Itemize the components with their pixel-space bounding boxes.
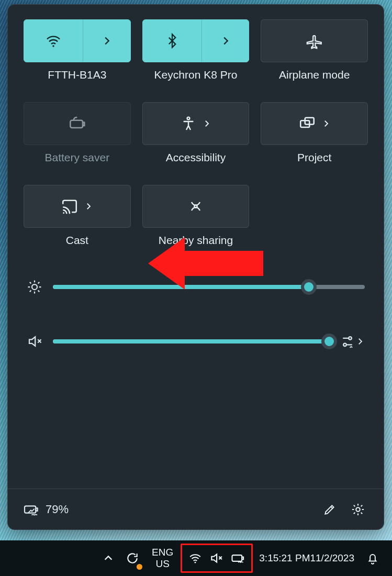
svg-rect-17: [242, 557, 243, 560]
svg-rect-12: [36, 508, 37, 511]
cast-icon: [61, 197, 79, 215]
bluetooth-toggle[interactable]: [143, 20, 201, 62]
system-tray-highlighted[interactable]: [181, 544, 253, 573]
airplane-mode-label: Airplane mode: [261, 69, 368, 81]
brightness-slider[interactable]: [53, 285, 365, 289]
volume-row: [27, 334, 365, 349]
svg-point-15: [195, 562, 196, 563]
tray-overflow-button[interactable]: [97, 544, 119, 573]
nearby-share-icon: [187, 198, 204, 215]
mixer-icon: [340, 334, 355, 349]
speaker-muted-icon[interactable]: [27, 334, 42, 349]
chevron-right-icon: [202, 119, 211, 128]
nearby-sharing-tile[interactable]: [142, 185, 250, 228]
svg-rect-2: [83, 123, 84, 126]
brightness-row: [27, 279, 365, 295]
chevron-right-icon: [84, 202, 93, 211]
cast-label: Cast: [24, 234, 131, 247]
wifi-icon: [45, 32, 62, 49]
update-notification-dot: [137, 564, 142, 570]
battery-saver-label: Battery saver: [24, 151, 131, 164]
settings-button[interactable]: [347, 499, 369, 520]
svg-rect-16: [232, 555, 242, 561]
nearby-sharing-label: Nearby sharing: [142, 234, 250, 247]
chevron-up-icon: [103, 552, 114, 564]
wifi-icon: [188, 551, 202, 565]
audio-output-button[interactable]: [340, 334, 365, 349]
battery-percent-text: 79%: [46, 503, 69, 516]
project-icon: [298, 115, 316, 132]
volume-slider[interactable]: [53, 339, 329, 344]
bluetooth-expand[interactable]: [201, 20, 249, 62]
brightness-icon: [27, 279, 42, 295]
notifications-button[interactable]: [361, 544, 385, 573]
gear-icon: [351, 502, 365, 517]
bluetooth-label: Keychron K8 Pro: [142, 69, 250, 81]
svg-point-7: [194, 205, 197, 207]
sliders-section: [24, 279, 368, 349]
windows-update-tray[interactable]: [120, 544, 144, 573]
project-tile[interactable]: [261, 102, 368, 145]
taskbar-time: 3:15:21 PM: [259, 552, 310, 564]
battery-status-icon[interactable]: [23, 501, 39, 518]
bell-icon: [366, 551, 379, 565]
svg-point-0: [52, 45, 54, 47]
clock-date[interactable]: 3:15:21 PM 11/2/2023: [254, 544, 360, 573]
cast-tile[interactable]: [24, 185, 131, 228]
airplane-mode-tile[interactable]: [261, 19, 368, 62]
language-top: ENG: [152, 547, 173, 558]
svg-rect-1: [71, 120, 83, 128]
chevron-right-icon: [321, 119, 331, 128]
battery-saver-tile: [24, 102, 131, 145]
edit-quick-settings-button[interactable]: [319, 499, 341, 520]
svg-point-6: [63, 212, 65, 214]
quick-settings-footer: 79%: [8, 489, 384, 529]
bluetooth-icon: [164, 33, 180, 49]
wifi-expand[interactable]: [83, 20, 130, 62]
pencil-icon: [323, 503, 337, 516]
svg-point-3: [187, 117, 190, 120]
svg-point-8: [32, 284, 37, 290]
chevron-right-icon: [101, 35, 113, 47]
bluetooth-tile[interactable]: [142, 19, 250, 62]
svg-point-13: [356, 507, 360, 511]
accessibility-label: Accessibility: [142, 151, 250, 164]
language-bottom: US: [156, 558, 170, 570]
taskbar: ENG US 3:15:21 PM 11/2/2023: [0, 540, 392, 576]
quick-settings-grid: FTTH-B1A3 Keychron K8 Pro: [24, 19, 368, 260]
accessibility-tile[interactable]: [142, 102, 250, 145]
battery-status-icon: [230, 551, 245, 566]
project-label: Project: [261, 151, 368, 164]
airplane-icon: [306, 32, 323, 50]
wifi-toggle[interactable]: [24, 20, 83, 62]
quick-settings-panel: FTTH-B1A3 Keychron K8 Pro: [7, 4, 384, 530]
wifi-label: FTTH-B1A3: [24, 69, 131, 81]
taskbar-date: 11/2/2023: [310, 552, 354, 564]
battery-saver-icon: [67, 114, 87, 134]
language-indicator[interactable]: ENG US: [145, 544, 180, 573]
update-icon: [126, 551, 139, 565]
speaker-muted-icon: [209, 551, 223, 565]
chevron-right-icon: [355, 337, 365, 346]
svg-point-10: [343, 344, 346, 347]
svg-point-9: [349, 337, 352, 340]
accessibility-icon: [180, 115, 197, 132]
wifi-tile[interactable]: [24, 19, 131, 62]
chevron-right-icon: [220, 35, 231, 47]
